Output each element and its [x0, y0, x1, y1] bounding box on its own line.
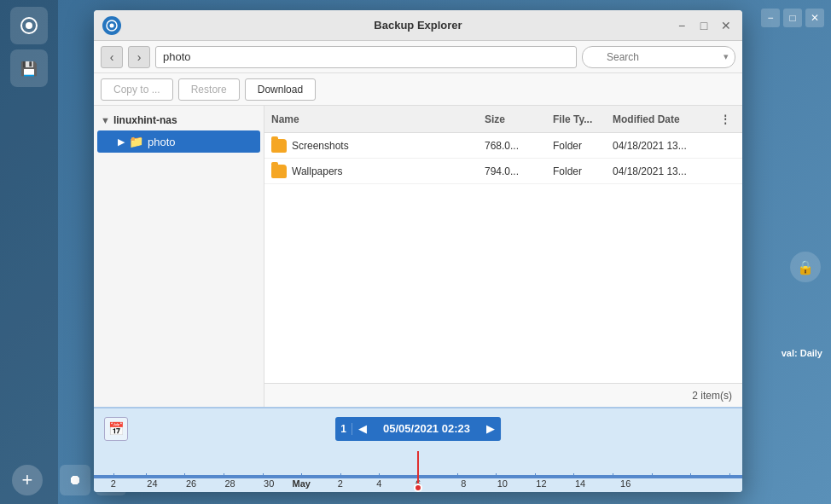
- folder-icon-1: [271, 165, 287, 178]
- svg-point-3: [110, 23, 114, 27]
- arrow-right-icon: ▶: [118, 136, 125, 148]
- taskbar-icon-backup[interactable]: 💾: [10, 49, 48, 87]
- copy-to-button[interactable]: Copy to ...: [101, 78, 173, 101]
- file-date-0: 04/18/2021 13...: [613, 140, 715, 152]
- needle-line: [417, 451, 419, 484]
- status-bar: 2 item(s): [264, 383, 742, 407]
- timeline-label: 2: [338, 478, 343, 489]
- sidebar: ▼ linuxhint-nas ▶ 📁 photo: [94, 106, 264, 407]
- address-bar[interactable]: [155, 46, 577, 68]
- col-header-name[interactable]: Name: [271, 113, 485, 125]
- timeline-label: 10: [497, 478, 508, 489]
- timeline-prev-button[interactable]: ◀: [352, 417, 373, 441]
- sidebar-group-label: linuxhint-nas: [113, 114, 177, 126]
- add-button[interactable]: +: [12, 465, 43, 495]
- forward-button[interactable]: ›: [128, 46, 150, 68]
- search-input[interactable]: [582, 46, 735, 68]
- timeline-month-label: May: [292, 478, 310, 489]
- col-header-date[interactable]: Modified Date: [613, 113, 715, 125]
- folder-icon-0: [271, 139, 287, 153]
- content-area: ▼ linuxhint-nas ▶ 📁 photo Name Size File…: [94, 106, 742, 407]
- sidebar-item-label: photo: [148, 136, 176, 148]
- item-count: 2 item(s): [692, 390, 732, 402]
- sidebar-group-linuxhint-nas[interactable]: ▼ linuxhint-nas: [94, 111, 264, 130]
- table-row[interactable]: Screenshots 768.0... Folder 04/18/2021 1…: [264, 133, 742, 159]
- file-name-0: Screenshots: [271, 139, 485, 153]
- file-list-header: Name Size File Ty... Modified Date ⋮: [264, 106, 742, 133]
- folder-icon: 📁: [129, 135, 143, 148]
- back-button[interactable]: ‹: [101, 46, 123, 68]
- timeline-label: 24: [147, 478, 157, 489]
- timeline-nav-group: 1 ◀ 05/05/2021 02:23 ▶: [335, 417, 501, 441]
- needle-dot: [414, 484, 422, 492]
- file-type-1: Folder: [553, 165, 613, 177]
- timeline-index: 1: [335, 423, 352, 435]
- svg-point-1: [26, 22, 32, 29]
- timeline-label: 8: [461, 478, 466, 489]
- file-list-body: Screenshots 768.0... Folder 04/18/2021 1…: [264, 133, 742, 383]
- taskbar-bottom-icon-1[interactable]: ⏺: [60, 465, 90, 495]
- timeline-next-button[interactable]: ▶: [480, 417, 501, 441]
- maximize-button[interactable]: □: [694, 16, 713, 35]
- taskbar-icon-synology[interactable]: [10, 7, 48, 44]
- timeline-label: 30: [264, 478, 274, 489]
- file-size-1: 794.0...: [485, 165, 553, 177]
- window-title: Backup Explorer: [374, 19, 462, 32]
- table-row[interactable]: Wallpapers 794.0... Folder 04/18/2021 13…: [264, 159, 742, 184]
- right-btn-close[interactable]: ✕: [805, 9, 824, 27]
- col-header-more[interactable]: ⋮: [715, 113, 735, 125]
- timeline-label: 26: [186, 478, 196, 489]
- timeline-needle: [414, 451, 422, 492]
- file-date-1: 04/18/2021 13...: [613, 165, 715, 177]
- toolbar-actions: Copy to ... Restore Download: [94, 73, 742, 106]
- minimize-button[interactable]: −: [672, 16, 691, 35]
- toolbar-nav: ‹ › 🔍 ▾: [94, 41, 742, 73]
- timeline-date-label: 05/05/2021 02:23: [373, 422, 480, 435]
- file-name-1: Wallpapers: [271, 165, 485, 178]
- timeline-label: 12: [536, 478, 546, 489]
- timeline-top: 📅 1 ◀ 05/05/2021 02:23 ▶: [94, 408, 742, 449]
- close-button[interactable]: ✕: [717, 16, 735, 35]
- file-list: Name Size File Ty... Modified Date ⋮ Scr…: [264, 106, 742, 407]
- timeline: 📅 1 ◀ 05/05/2021 02:23 ▶: [94, 407, 742, 492]
- main-window: Backup Explorer − □ ✕ ‹ › 🔍 ▾ Copy to ..…: [94, 10, 742, 492]
- search-wrapper: 🔍 ▾: [582, 46, 735, 68]
- title-bar: Backup Explorer − □ ✕: [94, 10, 742, 41]
- col-header-size[interactable]: Size: [485, 113, 553, 125]
- file-size-0: 768.0...: [485, 140, 553, 152]
- sidebar-item-photo[interactable]: ▶ 📁 photo: [97, 130, 260, 153]
- timeline-ruler: 2 24 26 28 30 May 2 4 6 8 10 12 14 16: [94, 449, 742, 492]
- restore-button[interactable]: Restore: [178, 78, 240, 101]
- right-top-controls: − □ ✕: [761, 9, 824, 27]
- timeline-label: 14: [575, 478, 585, 489]
- timeline-label: 2: [111, 478, 116, 489]
- timeline-label: 16: [620, 478, 631, 489]
- download-button[interactable]: Download: [245, 78, 316, 101]
- timeline-label: 28: [224, 478, 235, 489]
- col-header-type[interactable]: File Ty...: [553, 113, 613, 125]
- lock-button[interactable]: 🔒: [790, 252, 821, 282]
- right-btn-maximize[interactable]: □: [783, 9, 802, 27]
- file-type-0: Folder: [553, 140, 613, 152]
- app-icon: [102, 16, 121, 35]
- interval-text: val: Daily: [782, 348, 822, 358]
- timeline-label: 4: [376, 478, 381, 489]
- right-btn-minimize[interactable]: −: [761, 9, 780, 27]
- calendar-button[interactable]: 📅: [104, 417, 128, 441]
- window-controls: − □ ✕: [672, 16, 735, 35]
- chevron-down-icon: ▼: [101, 115, 110, 125]
- left-taskbar: 💾: [0, 0, 58, 504]
